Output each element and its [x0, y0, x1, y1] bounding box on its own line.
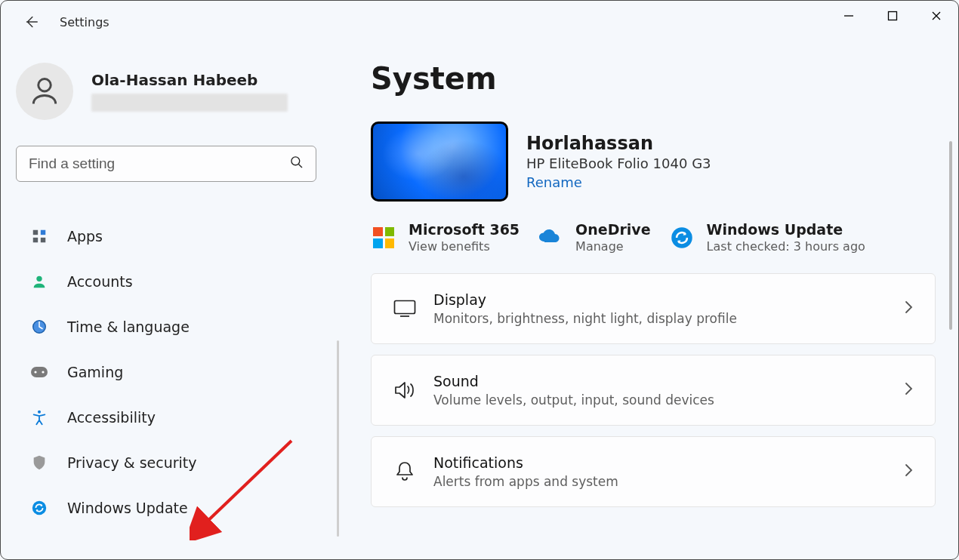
svg-rect-3 [41, 230, 45, 235]
chevron-right-icon [903, 299, 914, 318]
onedrive-icon [538, 225, 563, 251]
chevron-right-icon [903, 462, 914, 482]
nav-item-label: Apps [67, 228, 103, 245]
user-icon [28, 75, 61, 108]
nav-item-time-language[interactable]: Time & language [16, 309, 325, 345]
nav-item-accessibility[interactable]: Accessibility [16, 399, 325, 435]
card-display[interactable]: Display Monitors, brightness, night ligh… [371, 273, 936, 344]
svg-point-6 [36, 276, 42, 282]
rename-link[interactable]: Rename [526, 174, 582, 190]
nav-item-privacy-security[interactable]: Privacy & security [16, 445, 325, 481]
account-text: Ola-Hassan Habeeb [91, 71, 288, 112]
device-info: Horlahassan HP EliteBook Folio 1040 G3 R… [526, 133, 936, 190]
ribbon-title: OneDrive [575, 221, 651, 238]
device-name: Horlahassan [526, 133, 936, 154]
settings-window: Settings Ola-Hassan Habeeb [0, 0, 959, 560]
nav-item-apps[interactable]: Apps [16, 218, 325, 254]
card-text: Display Monitors, brightness, night ligh… [433, 291, 903, 326]
card-title: Display [433, 291, 903, 308]
device-row: Horlahassan HP EliteBook Folio 1040 G3 R… [371, 122, 936, 202]
svg-point-13 [32, 501, 46, 515]
nav-item-accounts[interactable]: Accounts [16, 263, 325, 300]
apps-icon [29, 226, 49, 246]
account-block[interactable]: Ola-Hassan Habeeb [16, 63, 325, 120]
update-icon [29, 498, 49, 518]
nav-scrollbar[interactable] [337, 340, 339, 537]
nav-item-windows-update[interactable]: Windows Update [16, 490, 325, 526]
svg-rect-9 [31, 367, 48, 377]
nav-item-label: Privacy & security [67, 454, 197, 471]
ribbon-ms365[interactable]: Microsoft 365 View benefits [371, 221, 520, 254]
back-button[interactable] [16, 7, 46, 37]
main-content: System Horlahassan HP EliteBook Folio 10… [371, 61, 936, 553]
card-sound[interactable]: Sound Volume levels, output, input, soun… [371, 355, 936, 426]
display-icon [387, 300, 423, 318]
card-sub: Alerts from apps and system [433, 474, 903, 489]
nav-list: Apps Accounts Time & language Gaming Acc… [16, 218, 325, 526]
card-text: Notifications Alerts from apps and syste… [433, 454, 903, 489]
card-sub: Monitors, brightness, night light, displ… [433, 311, 903, 326]
account-email-redacted [91, 94, 288, 112]
accounts-icon [29, 272, 49, 291]
device-model: HP EliteBook Folio 1040 G3 [526, 155, 936, 171]
svg-rect-2 [33, 230, 38, 235]
ribbon-title: Windows Update [707, 221, 865, 238]
window-controls [827, 1, 958, 31]
sound-icon [387, 380, 423, 400]
page-title: System [371, 61, 936, 96]
card-sub: Volume levels, output, input, sound devi… [433, 392, 903, 408]
avatar [16, 63, 73, 120]
close-icon [931, 11, 942, 21]
svg-point-11 [42, 371, 44, 373]
card-notifications[interactable]: Notifications Alerts from apps and syste… [371, 436, 936, 507]
update-circle-icon [669, 225, 695, 251]
nav-item-label: Accessibility [67, 409, 156, 426]
svg-point-12 [38, 411, 41, 414]
gamepad-icon [29, 362, 49, 382]
nav-item-label: Time & language [67, 318, 190, 335]
nav-item-label: Windows Update [67, 500, 188, 516]
microsoft-logo-icon [371, 225, 396, 251]
desktop-preview-thumb[interactable] [371, 122, 508, 202]
close-button[interactable] [914, 1, 958, 31]
nav-item-label: Gaming [67, 364, 123, 380]
ribbon-text: OneDrive Manage [575, 221, 651, 254]
card-text: Sound Volume levels, output, input, soun… [433, 373, 903, 408]
clock-globe-icon [29, 317, 49, 337]
svg-rect-0 [889, 12, 897, 20]
search-box[interactable] [16, 146, 316, 182]
ribbon-title: Microsoft 365 [409, 221, 520, 238]
main-scrollbar[interactable] [949, 141, 952, 330]
nav-item-label: Accounts [67, 273, 133, 290]
search-input[interactable] [16, 146, 316, 182]
ribbon-sub: View benefits [409, 239, 520, 254]
maximize-button[interactable] [871, 1, 914, 31]
app-title: Settings [60, 15, 109, 29]
svg-rect-15 [395, 301, 415, 314]
maximize-icon [887, 11, 898, 21]
svg-point-14 [671, 227, 692, 248]
ribbon-text: Windows Update Last checked: 3 hours ago [707, 221, 865, 254]
svg-rect-5 [41, 238, 45, 242]
svg-point-10 [34, 371, 36, 373]
titlebar: Settings [1, 1, 958, 43]
ribbon-sub: Last checked: 3 hours ago [707, 239, 865, 254]
chevron-right-icon [903, 380, 914, 400]
card-title: Sound [433, 373, 903, 389]
ribbon-text: Microsoft 365 View benefits [409, 221, 520, 254]
status-ribbon: Microsoft 365 View benefits OneDrive Man… [371, 221, 936, 254]
accessibility-icon [29, 408, 49, 427]
ribbon-onedrive[interactable]: OneDrive Manage [538, 221, 651, 254]
nav-item-gaming[interactable]: Gaming [16, 354, 325, 390]
ribbon-sub: Manage [575, 239, 651, 254]
minimize-icon [843, 11, 854, 21]
ribbon-windows-update[interactable]: Windows Update Last checked: 3 hours ago [669, 221, 865, 254]
back-arrow-icon [23, 14, 39, 30]
sidebar: Ola-Hassan Habeeb Apps Accounts Time & l… [16, 63, 325, 535]
account-name: Ola-Hassan Habeeb [91, 71, 288, 89]
minimize-button[interactable] [827, 1, 871, 31]
shield-icon [29, 453, 49, 472]
svg-rect-4 [33, 238, 38, 242]
card-title: Notifications [433, 454, 903, 471]
bell-icon [387, 461, 423, 482]
